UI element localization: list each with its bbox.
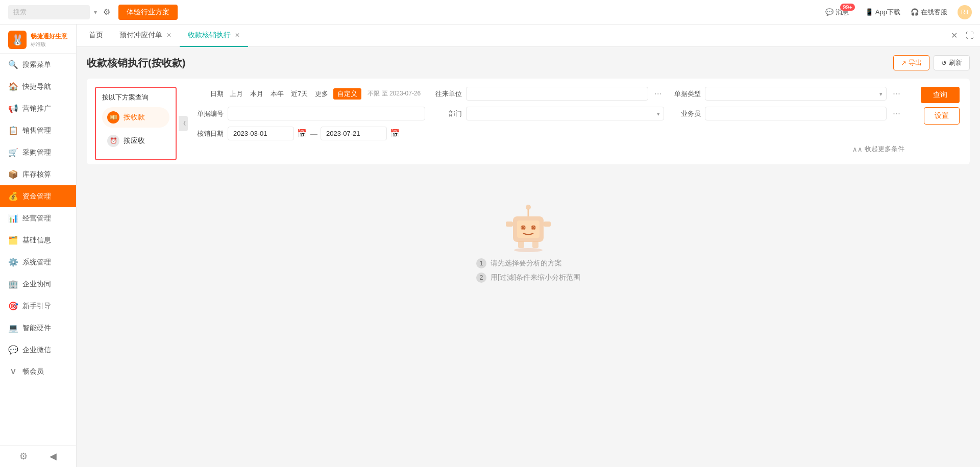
svg-rect-13 [532, 241, 538, 248]
filter-row-1: 日期 上月 本月 本年 近7天 更多 自定义 [185, 87, 913, 101]
empty-illustration [498, 201, 559, 252]
sidebar-item-search[interactable]: 🔍 搜索菜单 [0, 54, 76, 76]
app-download-button[interactable]: 📱 App下载 [865, 8, 900, 17]
sidebar-item-wechat[interactable]: 💬 企业微信 [0, 339, 76, 361]
sidebar-item-hardware[interactable]: 💻 智能硬件 [0, 317, 76, 339]
verify-date-start-input[interactable] [228, 127, 294, 140]
doc-type-select[interactable] [705, 87, 887, 101]
salesman-dots-btn[interactable]: ··· [891, 108, 902, 119]
collapse-label: 收起更多条件 [865, 144, 904, 154]
counterparty-dots-btn[interactable]: ··· [652, 88, 664, 99]
page-title: 收款核销执行(按收款) [87, 56, 185, 70]
doc-type-select-wrap [705, 87, 887, 101]
sidebar-label-operations: 经营管理 [22, 214, 51, 223]
hint2-number: 2 [476, 273, 486, 283]
sidebar-item-inventory[interactable]: 📦 库存核算 [0, 163, 76, 185]
date-btn-more[interactable]: 更多 [313, 88, 330, 100]
dept-select-wrap [466, 107, 664, 120]
tab-prepay[interactable]: 预付冲应付单 ✕ [111, 24, 180, 47]
logo-icon: 🐰 [8, 31, 27, 49]
export-button[interactable]: ↗ 导出 [893, 55, 929, 70]
filter-counterparty-field: 往来单位 ··· [435, 87, 664, 101]
sidebar-label-hardware: 智能硬件 [22, 324, 51, 333]
date-unlimited-label: 不限 至 2023-07-26 [368, 89, 421, 98]
sidebar-item-enterprise[interactable]: 🏢 企业协同 [0, 273, 76, 295]
export-label: 导出 [909, 58, 922, 67]
page-actions: ↗ 导出 ↺ 刷新 [893, 55, 970, 70]
date-btn-last-month[interactable]: 上月 [228, 88, 245, 100]
avatar[interactable]: Rit [958, 5, 972, 19]
online-service-button[interactable]: 🎧 在线客服 [911, 8, 947, 17]
message-badge: 99+ [840, 4, 855, 11]
empty-text: 1 请先选择要分析的方案 2 用[过滤]条件来缩小分析范围 [476, 258, 580, 283]
calendar-end-icon[interactable]: 📅 [390, 129, 400, 138]
setting-button[interactable]: 设置 [924, 107, 960, 125]
sidebar-item-member[interactable]: V 畅会员 [0, 361, 76, 382]
tab-collection[interactable]: 收款核销执行 ✕ [180, 24, 248, 47]
wechat-icon: 💬 [8, 345, 18, 355]
date-btn-this-year[interactable]: 本年 [268, 88, 286, 100]
query-panel-collapse-btn[interactable]: 《 [179, 116, 188, 131]
filter-doc-type-field: 单据类型 ··· [674, 87, 902, 101]
page-content: 收款核销执行(按收款) ↗ 导出 ↺ 刷新 按以 [77, 47, 980, 467]
tab-fullscreen-icon[interactable]: ⛶ [964, 29, 976, 42]
system-icon: ⚙️ [8, 257, 18, 267]
hint1-number: 1 [476, 258, 486, 268]
sidebar-item-marketing[interactable]: 📢 营销推广 [0, 97, 76, 119]
logo-sub-text: 标准版 [31, 41, 67, 48]
hardware-icon: 💻 [8, 323, 18, 333]
sidebar-item-basicinfo[interactable]: 🗂️ 基础信息 [0, 229, 76, 251]
tab-close-prepay[interactable]: ✕ [166, 32, 172, 39]
tab-close-collection[interactable]: ✕ [235, 32, 240, 39]
tab-home[interactable]: 首页 [81, 24, 111, 47]
sidebar-item-newbie[interactable]: 🎯 新手引导 [0, 295, 76, 317]
sidebar-item-finance[interactable]: 💰 资金管理 [0, 185, 76, 207]
query-panel: 按以下方案查询 💴 按收款 ⏰ 按应收 《 [95, 87, 177, 160]
sidebar-logo: 🐰 畅捷通好生意 标准版 [0, 24, 76, 54]
sidebar-item-quicknav[interactable]: 🏠 快捷导航 [0, 76, 76, 97]
doc-type-dots-btn[interactable]: ··· [891, 88, 902, 99]
sidebar-label-sales: 销售管理 [22, 126, 51, 135]
top-bar-left: 搜索 ▾ ⚙ 体验行业方案 [8, 5, 825, 20]
filter-fields: 日期 上月 本月 本年 近7天 更多 自定义 [185, 87, 913, 154]
tabs-bar: 首页 预付冲应付单 ✕ 收款核销执行 ✕ ✕ ⛶ [77, 24, 980, 47]
message-button[interactable]: 💬 消息 99+ [825, 8, 849, 17]
collapse-more-conditions-btn[interactable]: ∧∧ 收起更多条件 [185, 144, 913, 154]
collapse-sidebar-icon[interactable]: ◀ [50, 451, 57, 462]
date-btn-this-month[interactable]: 本月 [248, 88, 265, 100]
dept-select[interactable] [466, 107, 664, 120]
sidebar-label-enterprise: 企业协同 [22, 280, 51, 289]
counterparty-input[interactable] [466, 87, 648, 101]
svg-rect-1 [517, 220, 540, 238]
date-btn-7days[interactable]: 近7天 [289, 88, 310, 100]
settings-bottom-icon[interactable]: ⚙ [19, 451, 28, 462]
tab-close-window-icon[interactable]: ✕ [949, 29, 960, 42]
basicinfo-icon: 🗂️ [8, 235, 18, 245]
query-button[interactable]: 查询 [921, 87, 960, 103]
sidebar-label-purchase: 采购管理 [22, 148, 51, 157]
sidebar-item-sales[interactable]: 📋 销售管理 [0, 119, 76, 141]
filter-main: 按以下方案查询 💴 按收款 ⏰ 按应收 《 [87, 79, 970, 164]
sidebar-label-member: 畅会员 [22, 367, 44, 376]
salesman-input[interactable] [705, 107, 887, 120]
sidebar-item-system[interactable]: ⚙️ 系统管理 [0, 251, 76, 273]
refresh-button[interactable]: ↺ 刷新 [934, 55, 970, 70]
gear-icon[interactable]: ⚙ [103, 7, 110, 17]
collapse-icon: ∧∧ [852, 145, 863, 153]
query-type-by-collection[interactable]: 💴 按收款 [102, 107, 169, 128]
verify-date-end-input[interactable] [321, 127, 387, 140]
app-label: App下载 [875, 8, 900, 17]
sidebar-item-operations[interactable]: 📊 经营管理 [0, 207, 76, 229]
date-btn-custom[interactable]: 自定义 [333, 88, 361, 100]
query-type-by-receivable[interactable]: ⏰ 按应收 [102, 131, 169, 151]
dropdown-chevron-icon[interactable]: ▾ [94, 9, 97, 16]
sidebar: 🐰 畅捷通好生意 标准版 🔍 搜索菜单 🏠 快捷导航 📢 营销推广 📋 销售管理… [0, 24, 77, 467]
purchase-icon: 🛒 [8, 148, 18, 157]
sidebar-item-purchase[interactable]: 🛒 采购管理 [0, 141, 76, 163]
sales-icon: 📋 [8, 126, 18, 135]
empty-state: 1 请先选择要分析的方案 2 用[过滤]条件来缩小分析范围 [87, 170, 970, 303]
doc-number-input[interactable] [228, 107, 425, 120]
industry-button[interactable]: 体验行业方案 [118, 5, 178, 20]
sidebar-label-inventory: 库存核算 [22, 170, 51, 179]
calendar-start-icon[interactable]: 📅 [297, 129, 307, 138]
